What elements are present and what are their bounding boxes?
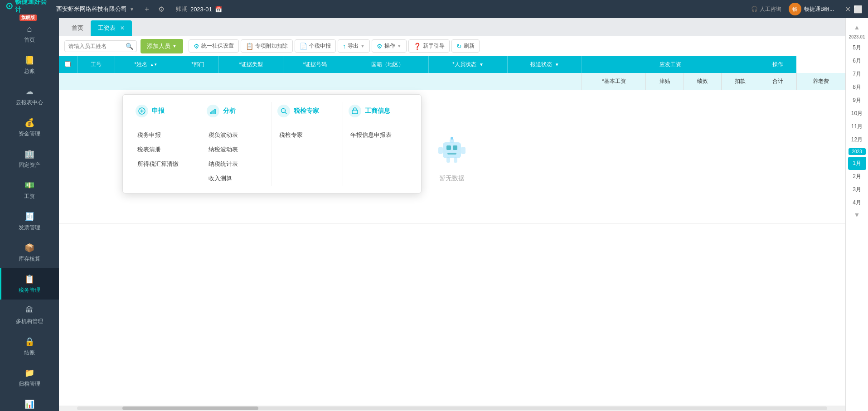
month-7[interactable]: 7月 [848,68,866,81]
social-insurance-button[interactable]: ⚙ 统一社保设置 [189,39,239,53]
period-value: 2023-01 [190,6,212,13]
month-4[interactable]: 4月 [848,196,866,209]
dropdown-item-annual-report[interactable]: 年报信息申报表 [349,128,409,142]
month-8[interactable]: 8月 [848,81,866,94]
sidebar-item-tax[interactable]: 📋 税务管理 [0,268,59,300]
export-button[interactable]: ↑ 导出 ▼ [338,39,370,53]
sidebar-label-closing: 结账 [24,349,35,357]
select-all-checkbox[interactable] [65,61,71,67]
sidebar-item-invoice[interactable]: 🧾 发票管理 [0,206,59,237]
th-id-type: *证据类型 [219,56,283,73]
report-status-filter-icon[interactable]: ▼ [555,62,559,67]
user-area[interactable]: 畅 畅捷通B组... [789,3,834,15]
svg-rect-9 [454,157,457,163]
biz-info-title: 工商信息 [365,107,390,115]
app-title: 畅捷通好会计 [15,0,51,14]
month-9[interactable]: 9月 [848,94,866,107]
month-3[interactable]: 3月 [848,183,866,196]
search-input-wrap[interactable]: 🔍 [64,40,137,52]
month-1[interactable]: 1月 [848,157,866,170]
add-employee-button[interactable]: 添加人员 ▼ [141,39,183,53]
operation-label: 操作 [384,42,395,50]
name-sort-icon[interactable]: ▲▼ [150,63,157,67]
th-checkbox[interactable] [59,56,77,73]
tax-return-button[interactable]: 📄 个税申报 [295,39,336,53]
month-6[interactable]: 6月 [848,54,866,68]
th-pension: 养老费 [796,73,845,90]
tab-close-icon[interactable]: ✕ [120,25,125,31]
dropdown-item-income-calc[interactable]: 收入测算 [207,171,267,186]
search-icon[interactable]: 🔍 [126,43,133,50]
th-name: *姓名 ▲▼ [115,56,177,73]
add-icon[interactable]: ＋ [141,4,152,15]
th-report-status: 报送状态 ▼ [507,56,582,73]
search-input[interactable] [68,43,123,49]
app-subtitle: 旗舰版 [19,15,37,21]
add-btn-label: 添加人员 [147,42,170,50]
dropdown-item-tax-declaration[interactable]: 税务申报 [136,128,195,142]
svg-point-5 [451,137,453,140]
top-bar: ⊙ 畅捷通好会计 旗舰版 西安虾米网络科技有限公司 ▼ ＋ ⚙ 账期 2023-… [0,0,868,18]
dropdown-item-tax-wave2[interactable]: 纳税波动表 [207,142,267,157]
dropdown-item-tax-stat[interactable]: 纳税统计表 [207,157,267,171]
analysis-title: 分析 [223,107,236,115]
sidebar-label-home: 首页 [24,36,35,44]
settings-icon[interactable]: ⚙ [156,4,167,15]
dropdown-item-tax-wave[interactable]: 税负波动表 [207,128,267,142]
special-deduction-icon: 📋 [246,43,253,50]
month-5[interactable]: 5月 [848,41,866,54]
sidebar-item-fixed-asset[interactable]: 🏢 固定资产 [0,143,59,174]
calendar-down-button[interactable]: ▼ [852,209,862,220]
sidebar-label-multi-org: 多机构管理 [16,318,43,325]
home-icon: ⌂ [24,24,35,34]
sidebar-item-closing[interactable]: 🔒 结账 [0,331,59,362]
sidebar-item-cloud-report[interactable]: ☁ 云报表中心 [0,81,59,112]
company-selector[interactable]: 西安虾米网络科技有限公司 ▼ [56,5,134,13]
fund-icon: 💰 [24,117,35,128]
dropdown-item-tax-schedule[interactable]: 税表清册 [136,142,195,157]
dropdown-section-header-analysis: 分析 [207,102,267,123]
sidebar-item-archive[interactable]: 📁 归档管理 [0,362,59,393]
scroll-thumb[interactable] [122,406,258,410]
tab-home[interactable]: 首页 [64,20,91,36]
close-icon[interactable]: ✕ [845,5,851,14]
status-filter-icon[interactable]: ▼ [479,62,484,67]
horizontal-scrollbar[interactable] [59,406,845,411]
tab-bar: 首页 工资表 ✕ [59,18,845,36]
month-11[interactable]: 11月 [848,120,866,133]
svg-rect-11 [210,112,212,114]
month-2[interactable]: 2月 [848,170,866,183]
window-controls: ✕ ⬜ [845,5,863,14]
export-arrow-icon: ▼ [360,44,365,48]
sidebar-item-inventory[interactable]: 📦 库存核算 [0,237,59,268]
special-deduction-button[interactable]: 📋 专项附加扣除 [241,39,293,53]
sidebar-item-ledger[interactable]: 📒 总账 [0,49,59,81]
maximize-icon[interactable]: ⬜ [853,5,863,14]
salary-icon: 💵 [24,180,35,191]
new-guide-label: 新手引导 [423,42,445,50]
invoice-icon: 🧾 [24,211,35,222]
calendar-up-button[interactable]: ▲ [852,22,862,33]
sidebar-item-home[interactable]: ⌂ 首页 [0,18,59,49]
refresh-button[interactable]: ↻ 刷新 [451,39,480,53]
asset-icon: 🏢 [24,149,35,160]
tab-salary[interactable]: 工资表 ✕ [91,20,132,36]
calendar-icon[interactable]: 📅 [215,6,222,13]
support-button[interactable]: 🎧 人工咨询 [751,5,781,13]
dropdown-item-income-tax[interactable]: 所得税汇算清缴 [136,157,195,171]
sidebar-item-fund[interactable]: 💰 资金管理 [0,112,59,143]
month-10[interactable]: 10月 [848,107,866,120]
scroll-track[interactable] [77,406,827,410]
empty-illustration [434,131,470,167]
new-guide-button[interactable]: ❓ 新手引导 [408,39,450,53]
dropdown-item-tax-check[interactable]: 税检专家 [277,128,337,142]
month-12[interactable]: 12月 [848,133,866,146]
right-panel: ▲ 2023.01 5月 6月 7月 8月 9月 10月 11月 12月 202… [845,18,868,411]
operation-button[interactable]: ⚙ 操作 ▼ [372,39,407,53]
sidebar-label-archive: 归档管理 [19,380,40,388]
sidebar-item-salary[interactable]: 💵 工资 [0,174,59,206]
svg-rect-0 [443,142,461,158]
sidebar-label-cloud: 云报表中心 [16,99,43,106]
sidebar-item-report[interactable]: 📊 小畅报销 [0,393,59,411]
sidebar-item-multi-org[interactable]: 🏛 多机构管理 [0,300,59,331]
